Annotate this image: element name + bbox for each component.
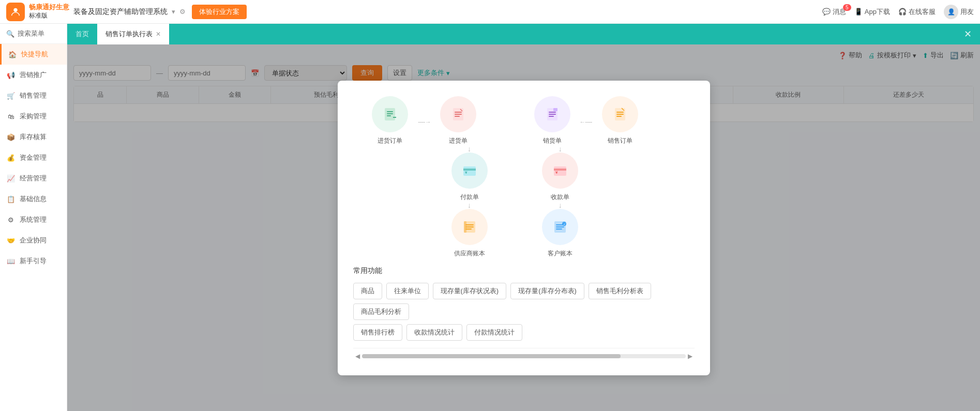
svg-text:¥: ¥ [555,170,558,175]
sidebar-item-purchase[interactable]: 🛍 采购管理 [0,106,67,127]
app-download-label: App下载 [865,7,890,17]
func-btn-product[interactable]: 商品 [353,283,382,299]
sidebar-item-operation[interactable]: 📈 经营管理 [0,168,67,189]
func-btn-receipt-stats[interactable]: 收款情况统计 [406,324,462,341]
svg-rect-12 [553,108,557,111]
sidebar-item-collab[interactable]: 🤝 企业协同 [0,230,67,251]
flow-left-col: 进货订单 - - - - → [353,96,495,258]
common-functions-title: 常用功能 [353,266,695,276]
page-content: ❓ 帮助 🖨 按模板打印 ▾ ⬆ 导出 🔄 刷新 [67,44,980,411]
customer-icon: ✓ [542,209,578,245]
func-btn-partner[interactable]: 往来单位 [386,283,429,299]
receipt-icon: ¥ [542,153,578,189]
arrow-down-2: ↓ [468,202,471,209]
online-service-label: 在线客服 [909,7,936,17]
scrollbar-area: ◀ ▶ [353,348,695,360]
supplier-label: 供应商账本 [454,249,485,258]
svg-rect-2 [387,111,393,112]
flow-row-receipt: ¥ 收款单 [534,153,586,202]
nav-label-inventory: 库存核算 [20,132,47,142]
content-area: 首页 销售订单执行表 ✕ ✕ ❓ 帮助 🖨 [67,24,980,411]
purchase-bill-icon [440,96,476,132]
svg-text:✓: ✓ [563,223,566,226]
flow-node-receipt[interactable]: ¥ 收款单 [534,153,586,202]
svg-rect-4 [387,115,391,116]
tab-close-icon[interactable]: ✕ [156,31,161,38]
online-service-action[interactable]: 🎧 在线客服 [898,7,936,17]
flow-node-sales-order[interactable]: 销售订单 [594,96,646,145]
tab-sales-order-label: 销售订单执行表 [105,29,153,39]
sales-bill-icon [534,96,570,132]
flow-node-purchase-order[interactable]: 进货订单 [364,96,416,145]
svg-rect-3 [387,113,393,114]
arrow-down-1: ↓ [468,145,471,153]
app-download-action[interactable]: 📱 App下载 [854,7,890,17]
quick-nav-overlay[interactable]: 进货订单 - - - - → [67,44,980,411]
basic-icon: 📋 [6,194,16,204]
sales-bill-label: 销货单 [543,136,562,145]
func-btn-stock-dist[interactable]: 现存量(库存分布表) [510,283,584,299]
tab-close-all[interactable]: ✕ [956,28,980,40]
sales-icon: 🛒 [6,91,16,100]
flow-node-payment[interactable]: ¥ 付款单 [444,153,495,202]
search-menu-label: 搜索菜单 [18,29,44,38]
sidebar-item-quick-nav[interactable]: 🏠 快捷导航 [0,44,67,65]
func-btn-sales-rank[interactable]: 销售排行榜 [353,324,402,341]
collab-icon: 🤝 [6,236,16,245]
arrow-h-1: - - - - → [418,118,430,126]
arrow-down-receipt: ↓ [559,202,562,209]
scroll-left[interactable]: ◀ [353,353,362,360]
arrow-down-sales: ↓ [559,145,562,153]
quick-nav-panel: 进货订单 - - - - → [338,81,710,375]
sidebar-item-inventory[interactable]: 📦 库存核算 [0,127,67,147]
sidebar-item-sales[interactable]: 🛒 销售管理 [0,85,67,106]
flow-node-purchase-bill[interactable]: 进货单 [432,96,484,145]
avatar: 👤 [944,5,958,19]
search-icon: 🔍 [6,30,14,38]
trial-button[interactable]: 体验行业方案 [192,5,247,19]
system-title: 装备及固定资产辅助管理系统 [73,7,168,17]
message-badge: 5 [843,4,851,11]
func-buttons-row2: 销售排行榜 收款情况统计 付款情况统计 [353,324,695,341]
system-icon: ⚙ [6,215,16,224]
func-btn-sales-margin[interactable]: 销售毛利分析表 [589,283,651,299]
scrollbar-track[interactable] [362,354,686,358]
flow-node-customer[interactable]: ✓ 客户账本 [534,209,586,258]
scrollbar-thumb [362,354,621,358]
supplier-icon [451,209,488,245]
sidebar-item-system[interactable]: ⚙ 系统管理 [0,209,67,230]
title-dropdown[interactable]: ▾ [172,8,175,16]
scroll-right[interactable]: ▶ [686,353,695,360]
user-action[interactable]: 👤 用友 [944,5,974,19]
tab-bar: 首页 销售订单执行表 ✕ ✕ [67,24,980,44]
flow-node-sales-bill[interactable]: 销货单 [526,96,578,145]
svg-text:¥: ¥ [464,170,468,175]
tab-sales-order[interactable]: 销售订单执行表 ✕ [97,24,169,44]
flow-row-customer: ✓ 客户账本 [534,209,586,258]
sidebar-item-basic[interactable]: 📋 基础信息 [0,189,67,209]
title-area: 装备及固定资产辅助管理系统 ▾ ⚙ 体验行业方案 [73,5,822,19]
finance-icon: 💰 [6,153,16,162]
nav-label-collab: 企业协同 [20,236,47,245]
payment-icon: ¥ [451,153,488,189]
message-action[interactable]: 💬 消息 5 [822,7,846,17]
settings-icon[interactable]: ⚙ [179,8,186,16]
logo-sub: 标准版 [29,12,69,20]
sidebar-item-marketing[interactable]: 📢 营销推广 [0,65,67,85]
svg-point-0 [13,8,17,11]
logo-text: 畅康通好生意 标准版 [29,3,69,20]
sales-order-label: 销售订单 [608,136,632,145]
flow-node-supplier[interactable]: 供应商账本 [444,209,495,258]
download-icon: 📱 [854,8,863,16]
sidebar-item-guide[interactable]: 📖 新手引导 [0,251,67,271]
operation-icon: 📈 [6,174,16,183]
tab-home[interactable]: 首页 [67,24,97,44]
func-btn-payment-stats[interactable]: 付款情况统计 [466,324,522,341]
func-btn-product-margin[interactable]: 商品毛利分析 [353,303,409,320]
customer-label: 客户账本 [548,249,572,258]
func-btn-stock-status[interactable]: 现存量(库存状况表) [433,283,507,299]
search-menu[interactable]: 🔍 搜索菜单 [0,24,67,44]
nav-label-basic: 基础信息 [20,194,47,204]
sidebar-item-finance[interactable]: 💰 资金管理 [0,147,67,168]
flow-diagram: 进货订单 - - - - → [353,96,695,258]
